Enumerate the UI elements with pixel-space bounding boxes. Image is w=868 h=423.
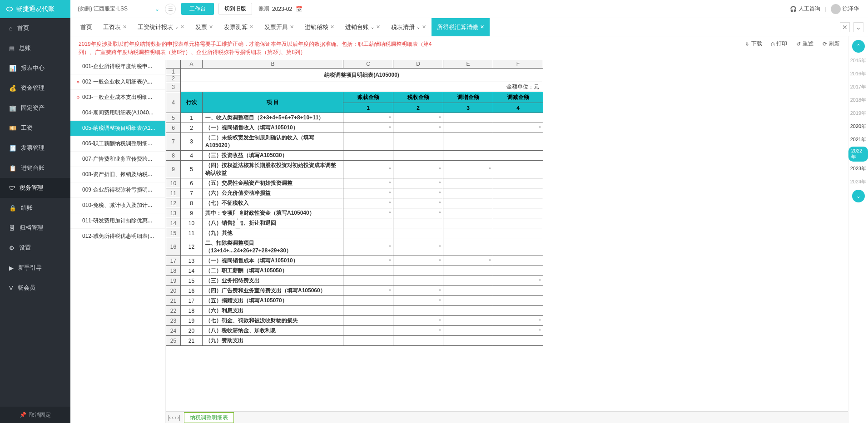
sidebar-item-1[interactable]: ▤总账 [0,38,70,58]
sidebar-item-0[interactable]: ⌂首页 [0,18,70,38]
close-icon[interactable]: ✕ [180,24,184,30]
cell[interactable] [343,266,393,276]
sidebar-item-12[interactable]: ▶新手引导 [0,258,70,278]
cell[interactable] [493,306,543,316]
sidebar-item-9[interactable]: 🔒结账 [0,198,70,218]
cell[interactable] [343,218,393,228]
cell[interactable] [443,228,493,238]
sidebar-item-13[interactable]: V畅会员 [0,278,70,298]
cell[interactable] [393,306,443,316]
cell[interactable] [343,276,393,286]
cell[interactable]: * [393,161,443,178]
report-item-5[interactable]: 006-职工薪酬纳税调整明细... [70,136,165,152]
tab-2[interactable]: 工资统计报表⌄✕ [132,18,190,36]
report-item-8[interactable]: 009-企业所得税弥补亏损明... [70,182,165,198]
refresh-button[interactable]: ⟳刷新 [823,40,840,48]
cell[interactable] [443,133,493,151]
switch-old-button[interactable]: 切到旧版 [218,3,252,15]
cell[interactable] [443,151,493,161]
tab-6[interactable]: 进销稽核✕ [299,18,340,36]
cell[interactable] [443,238,493,256]
col-header[interactable]: E [443,59,493,69]
col-header[interactable]: B [203,59,343,69]
sidebar-item-7[interactable]: 📋进销台账 [0,158,70,178]
col-header[interactable]: D [393,59,443,69]
sidebar-item-11[interactable]: ⚙设置 [0,238,70,258]
cell[interactable] [343,326,393,336]
tab-5[interactable]: 发票开具✕ [259,18,299,36]
cell[interactable]: * [393,296,443,306]
close-icon[interactable]: ✕ [209,24,213,30]
cell[interactable]: * [343,113,393,123]
cell[interactable]: * [393,113,443,123]
cell[interactable] [443,218,493,228]
tab-1[interactable]: 工资表✕ [98,18,132,36]
cell[interactable]: * [343,161,393,178]
report-item-6[interactable]: 007-广告费和业务宣传费跨... [70,152,165,167]
close-icon[interactable]: ✕ [376,24,380,30]
cell[interactable] [493,198,543,208]
cell[interactable] [393,276,443,286]
sheet-last-icon[interactable]: ›| [177,414,180,421]
report-item-9[interactable]: 010-免税、减计收入及加计... [70,198,165,213]
col-header[interactable]: C [343,59,393,69]
sidebar-item-10[interactable]: 🗄归档管理 [0,218,70,238]
cell[interactable] [443,113,493,123]
tab-9[interactable]: 所得税汇算清缴✕ [432,18,490,36]
cell[interactable] [493,208,543,218]
cell[interactable] [493,266,543,276]
year-2021年[interactable]: 2021年 [850,133,866,146]
year-2022年[interactable]: 2022年 [848,147,868,162]
cell[interactable]: * [393,208,443,218]
cell[interactable]: * [493,276,543,286]
cell[interactable] [493,113,543,123]
sidebar-item-8[interactable]: 🛡税务管理 [0,178,70,198]
cell[interactable]: * [393,238,443,256]
cell[interactable] [493,218,543,228]
cell[interactable]: * [343,256,393,266]
cell[interactable]: * [393,316,443,326]
grid-scroll[interactable]: ABCDEF1纳税调整项目明细表(A105000)23金额单位：元4行次项 目账… [166,59,848,411]
print-button[interactable]: ⎙打印 [771,40,787,48]
sidebar-item-2[interactable]: 📊报表中心 [0,58,70,78]
cell[interactable] [393,336,443,346]
cell[interactable] [443,316,493,326]
cell[interactable] [493,296,543,306]
download-button[interactable]: ⇩下载 [745,40,762,48]
cell[interactable] [493,151,543,161]
cell[interactable]: * [343,123,393,133]
cell[interactable] [493,188,543,198]
cell[interactable] [443,123,493,133]
year-up-button[interactable]: ⌃ [852,40,865,53]
report-item-7[interactable]: 008-资产折旧、摊销及纳税... [70,167,165,182]
report-item-1[interactable]: ⭘002-一般企业收入明细表(A... [70,74,165,90]
cell[interactable] [393,133,443,151]
year-2023年[interactable]: 2023年 [850,162,866,175]
report-item-0[interactable]: 001-企业所得税年度纳税申... [70,59,165,74]
cell[interactable]: * [343,208,393,218]
cell[interactable]: * [393,123,443,133]
sidebar-item-6[interactable]: 🧾发票管理 [0,138,70,158]
close-icon[interactable]: ✕ [123,24,127,30]
sidebar-item-4[interactable]: 🏢固定资产 [0,98,70,118]
cell[interactable] [443,178,493,188]
reset-button[interactable]: ↺重置 [796,40,813,48]
report-item-11[interactable]: 012-减免所得税优惠明细表(... [70,229,165,244]
cell[interactable] [443,208,493,218]
cell[interactable] [443,188,493,198]
cell[interactable]: * [493,316,543,326]
calendar-icon[interactable]: 📅 [296,6,303,12]
cell[interactable]: * [443,161,493,178]
sheet-next-icon[interactable]: › [174,414,176,421]
tab-7[interactable]: 进销台账⌄✕ [340,18,386,36]
cell[interactable] [343,228,393,238]
cell[interactable] [443,276,493,286]
cell[interactable]: * [343,238,393,256]
sidebar-unpin[interactable]: 📌 取消固定 [0,407,70,423]
report-item-3[interactable]: 004-期间费用明细表(A1040... [70,105,165,121]
cell[interactable]: * [343,188,393,198]
cell[interactable] [493,133,543,151]
cell[interactable] [493,238,543,256]
sheet-prev-icon[interactable]: ‹ [172,414,174,421]
period-value[interactable]: 2023-02 [272,6,292,12]
